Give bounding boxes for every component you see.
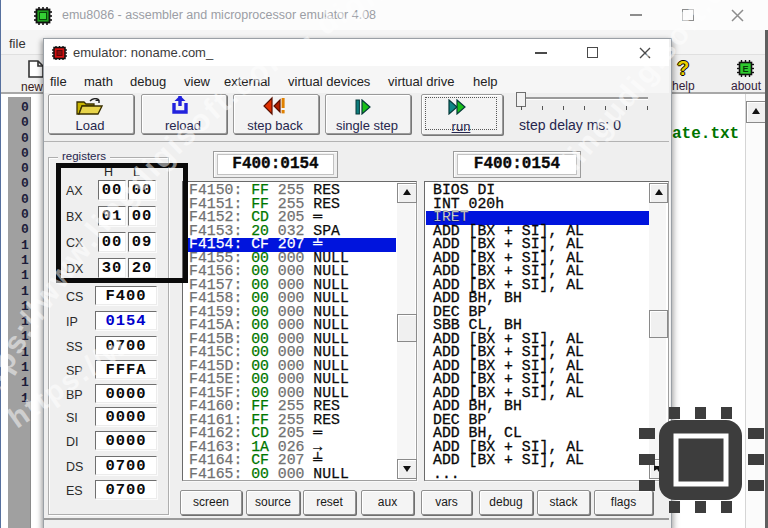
- svg-text:https://www.lingdigisoft.com -: https://www.lingdigisoft.com - digital: [0, 0, 419, 417]
